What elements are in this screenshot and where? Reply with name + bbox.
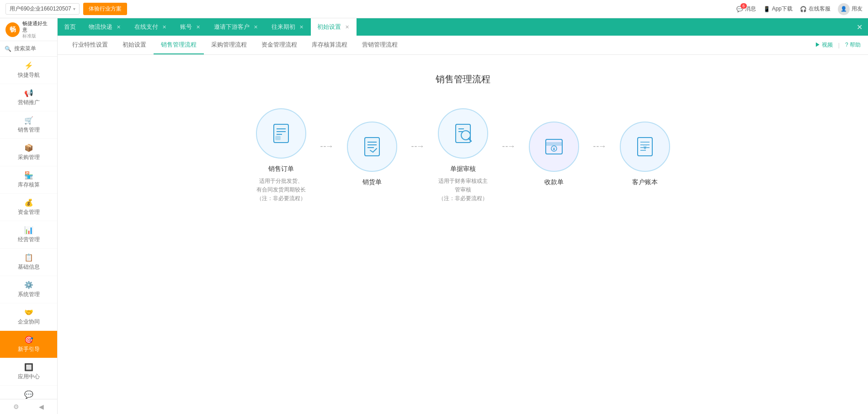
flow-step-kehu-zhangben: ¥ 客户账本 (608, 122, 682, 190)
megaphone-icon: 📢 (24, 89, 33, 97)
online-service-label: 在线客服 (809, 5, 831, 13)
sidebar-item-weixin[interactable]: 💬 企业微信 (0, 386, 57, 399)
user-selector[interactable]: 用户690企业1660120507 ▾ (5, 3, 80, 15)
flow-step-shoukuan-dan: ¥ 收款单 (517, 122, 591, 190)
sidebar-search[interactable]: 🔍 搜索菜单 (0, 41, 57, 57)
flow-arrow-3: - -→ (502, 142, 515, 170)
tab-zhanghu-label: 账号 (180, 23, 192, 31)
settings-bottom-icon[interactable]: ⚙ (13, 403, 19, 410)
tab-wuliu-label: 物流快递 (89, 23, 112, 31)
search-icon: 🔍 (5, 46, 11, 52)
sidebar-item-xitong[interactable]: ⚙️ 系统管理 (0, 276, 57, 303)
tab-zhanghu-close[interactable]: ✕ (195, 24, 201, 30)
cart-icon: 🛒 (24, 116, 33, 125)
sidebar-item-caigou[interactable]: 📦 采购管理 (0, 139, 57, 166)
sidebar-item-label: 销售管理 (18, 126, 40, 134)
subtab-chushi[interactable]: 初始设置 (115, 36, 154, 54)
user-name-label: 用友 (852, 5, 863, 13)
payment-icon: ¥ (542, 135, 566, 159)
tab-yaoqing[interactable]: 邀请下游客户 ✕ (208, 18, 265, 36)
flow-step-xiaoshou-dingdan: 销售订单 适用于分批发货、有合同发货周期较长（注：非必要流程） (245, 108, 318, 203)
wechat-icon: 💬 (24, 390, 33, 399)
tab-zhifu-close[interactable]: ✕ (161, 24, 167, 30)
tab-wuliu-close[interactable]: ✕ (115, 24, 122, 30)
sidebar-item-kuaijie[interactable]: ⚡ 快捷导航 (0, 57, 57, 84)
video-label: 视频 (822, 42, 833, 48)
tab-bar-close-all[interactable]: ✕ (851, 23, 868, 32)
subtab-xiaoshou-lc[interactable]: 销售管理流程 (154, 36, 204, 54)
sidebar-item-yingxiao[interactable]: 📢 营销推广 (0, 84, 57, 111)
sidebar-item-label: 采购管理 (18, 154, 40, 161)
sidebar-item-zijin[interactable]: 💰 资金管理 (0, 194, 57, 221)
sidebar-item-kucun[interactable]: 🏪 库存核算 (0, 166, 57, 194)
message-item[interactable]: 💬 6 消息 (736, 5, 756, 13)
sidebar-item-jichu[interactable]: 📋 基础信息 (0, 249, 57, 276)
logo-icon: 畅 (5, 22, 20, 37)
app-icon: 📱 (763, 6, 770, 12)
delivery-icon (360, 135, 384, 159)
chart-icon: 📊 (24, 226, 33, 234)
svg-rect-15 (546, 142, 562, 146)
content-area: 首页 物流快递 ✕ 在线支付 ✕ 账号 ✕ 邀请下游客户 ✕ 往来期初 ✕ (58, 18, 868, 414)
sub-tab-bar: 行业特性设置 初始设置 销售管理流程 采购管理流程 资金管理流程 库存核算流程 … (58, 36, 868, 55)
sidebar-nav: ⚡ 快捷导航 📢 营销推广 🛒 销售管理 📦 采购管理 🏪 库存核算 💰 (0, 57, 57, 399)
subtab-zijin-lc[interactable]: 资金管理流程 (254, 36, 304, 54)
tab-yaoqing-close[interactable]: ✕ (252, 24, 259, 30)
tab-home[interactable]: 首页 (58, 18, 82, 36)
user-selector-text: 用户690企业1660120507 (10, 5, 71, 13)
subtab-yingxiao-lc[interactable]: 营销管理流程 (355, 36, 405, 54)
flow-label-order: 销售订单 (268, 165, 294, 173)
avatar: 👤 (838, 3, 850, 15)
tab-wanglai[interactable]: 往来期初 ✕ (265, 18, 311, 36)
sidebar-item-xinshou[interactable]: 🎯 新手引导 (0, 331, 57, 358)
sidebar-item-label: 应用中心 (18, 373, 40, 381)
lightning-icon: ⚡ (24, 61, 33, 70)
flow-circle-payment: ¥ (529, 122, 579, 172)
subtab-chushi-label: 初始设置 (122, 41, 146, 49)
collapse-icon[interactable]: ◀ (39, 403, 44, 410)
message-badge-wrap: 💬 6 (736, 6, 743, 12)
subtab-kucun-lc[interactable]: 库存核算流程 (304, 36, 355, 54)
sidebar-item-qiye[interactable]: 🤝 企业协同 (0, 303, 57, 331)
tab-wanglai-label: 往来期初 (272, 23, 295, 31)
search-label: 搜索菜单 (14, 45, 36, 53)
flow-arrow-4: - -→ (593, 142, 606, 170)
subtab-kucun-lc-label: 库存核算流程 (312, 41, 347, 49)
subtab-caigou-lc[interactable]: 采购管理流程 (204, 36, 254, 54)
sidebar-item-label: 资金管理 (18, 208, 40, 216)
flow-desc-audit: 适用于财务审核或主管审核（注：非必要流程） (438, 177, 488, 203)
sidebar-logo: 畅 畅捷通好生意 标准版 (0, 18, 57, 41)
sidebar-item-jingying[interactable]: 📊 经营管理 (0, 221, 57, 249)
tab-bar: 首页 物流快递 ✕ 在线支付 ✕ 账号 ✕ 邀请下游客户 ✕ 往来期初 ✕ (58, 18, 868, 36)
store-icon: 🏪 (24, 171, 33, 180)
sidebar-bottom: ⚙ ◀ (0, 399, 57, 414)
online-service-item[interactable]: 🎧 在线客服 (800, 5, 831, 13)
divider: | (838, 42, 840, 48)
tab-chushi[interactable]: 初始设置 ✕ (311, 18, 357, 36)
app-download-item[interactable]: 📱 App下载 (763, 5, 793, 13)
try-industry-button[interactable]: 体验行业方案 (83, 3, 127, 15)
tab-chushi-close[interactable]: ✕ (344, 24, 350, 30)
sidebar-item-xiaoshou[interactable]: 🛒 销售管理 (0, 111, 57, 139)
tab-zhanghu[interactable]: 账号 ✕ (174, 18, 208, 36)
tab-wanglai-close[interactable]: ✕ (298, 24, 304, 30)
flow-circle-order (256, 108, 306, 159)
app-download-label: App下载 (772, 5, 793, 13)
logo-sub-text: 标准版 (22, 33, 52, 39)
user-profile-item[interactable]: 👤 用友 (838, 3, 863, 15)
flow-arrow-1: - -→ (320, 142, 333, 170)
sidebar-item-label: 库存核算 (18, 181, 40, 189)
tab-wuliu[interactable]: 物流快递 ✕ (82, 18, 128, 36)
grid-icon: 🔲 (24, 363, 33, 372)
subtab-hangye[interactable]: 行业特性设置 (65, 36, 115, 54)
svg-text:¥: ¥ (643, 145, 646, 150)
subtab-zijin-lc-label: 资金管理流程 (261, 41, 297, 49)
tab-zhifu[interactable]: 在线支付 ✕ (128, 18, 174, 36)
flow-label-audit: 单据审核 (450, 165, 476, 173)
help-link[interactable]: ? 帮助 (845, 41, 861, 49)
sidebar-item-yingyong[interactable]: 🔲 应用中心 (0, 358, 57, 386)
clipboard-icon: 📋 (24, 253, 33, 262)
video-link[interactable]: ▶ 视频 (815, 41, 833, 49)
handshake-icon: 🤝 (24, 308, 33, 317)
flow-step-danju-shenhe: 单据审核 适用于财务审核或主管审核（注：非必要流程） (426, 108, 500, 203)
